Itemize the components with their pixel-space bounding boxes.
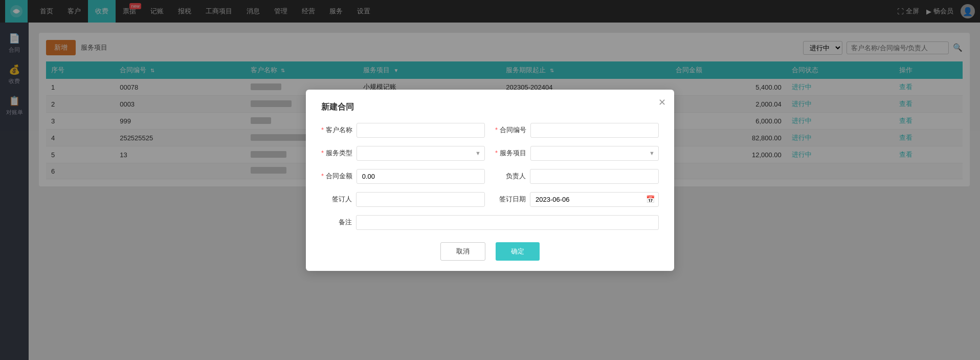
signer-label: 签订人 [321,195,352,204]
form-group-sign-date: 签订日期 📅 [495,192,659,207]
contract-no-label: 合同编号 [495,125,526,135]
contract-no-input[interactable] [530,123,659,138]
service-item-select[interactable] [530,146,659,161]
remark-label: 备注 [321,218,352,227]
form-row-5: 备注 [321,215,659,230]
service-item-label: 服务项目 [495,149,526,158]
signer-input[interactable] [356,192,485,207]
form-group-remark: 备注 [321,215,659,230]
service-type-label: 服务类型 [321,149,352,158]
form-group-customer: 客户名称 [321,123,485,138]
sign-date-wrap: 📅 [530,192,659,207]
form-row-2: 服务类型 ▼ 服务项目 ▼ [321,146,659,161]
modal-title: 新建合同 [321,102,659,113]
form-row-4: 签订人 签订日期 📅 [321,192,659,207]
confirm-button[interactable]: 确定 [496,242,540,261]
form-group-responsible: 负责人 [495,169,659,184]
form-group-signer: 签订人 [321,192,485,207]
remark-input[interactable] [356,215,659,230]
form-group-service-item: 服务项目 ▼ [495,146,659,161]
contract-amount-label: 合同金额 [321,172,352,181]
modal-overlay[interactable]: 新建合同 ✕ 客户名称 合同编号 服务类型 ▼ [0,0,980,360]
customer-name-label: 客户名称 [321,125,352,135]
customer-name-input[interactable] [357,123,485,138]
form-group-service-type: 服务类型 ▼ [321,146,485,161]
form-group-amount: 合同金额 [321,169,485,184]
service-type-select[interactable] [357,146,485,161]
modal-close-button[interactable]: ✕ [658,97,666,108]
contract-amount-input[interactable] [357,169,485,184]
form-row-3: 合同金额 负责人 [321,169,659,184]
form-row-1: 客户名称 合同编号 [321,123,659,138]
cancel-button[interactable]: 取消 [440,242,485,261]
service-item-select-wrap: ▼ [530,146,659,161]
service-type-select-wrap: ▼ [357,146,485,161]
responsible-input[interactable] [530,169,659,184]
sign-date-label: 签订日期 [495,195,526,204]
responsible-label: 负责人 [495,172,526,181]
form-group-contract-no: 合同编号 [495,123,659,138]
modal-footer: 取消 确定 [321,242,659,261]
sign-date-input[interactable] [530,192,659,207]
new-contract-modal: 新建合同 ✕ 客户名称 合同编号 服务类型 ▼ [306,90,674,271]
